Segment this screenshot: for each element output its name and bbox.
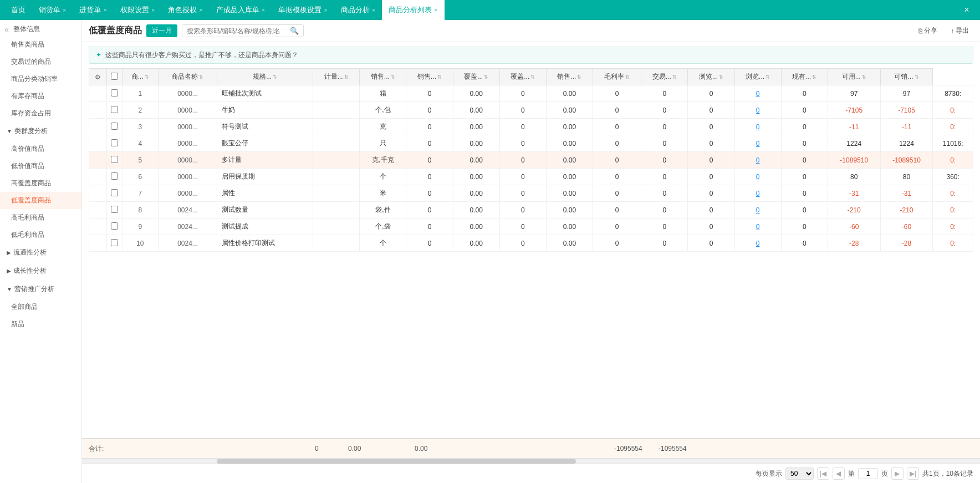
nav-close-permission[interactable]: × [151,7,155,13]
nav-item-sales[interactable]: 销货单 × [32,0,73,20]
sidebar-item-all-goods[interactable]: 全部商品 [0,298,81,316]
col-name[interactable]: 商品名称⇅ [158,69,217,85]
col-sales-qty[interactable]: 销售...⇅ [360,69,406,85]
nav-item-product-analysis[interactable]: 商品分析 × [334,0,382,20]
per-page-select[interactable]: 50 20 100 200 [785,467,814,480]
browse1-link[interactable]: 0 [756,106,760,114]
cell-checkbox[interactable] [106,85,122,102]
col-available-stock[interactable]: 可用...⇅ [828,69,880,85]
prev-page-button[interactable]: ◀ [833,467,845,480]
nav-close-purchase[interactable]: × [103,7,106,13]
search-input[interactable] [187,27,290,35]
nav-item-role[interactable]: 角色授权 × [161,0,209,20]
col-browse1[interactable]: 浏览...⇅ [688,69,734,85]
cell-browse1[interactable]: 0 [734,218,781,235]
sidebar-item-high-margin[interactable]: 高毛利商品 [0,209,81,226]
col-unit[interactable]: 计量...⇅ [313,69,360,85]
nav-close-sales[interactable]: × [63,7,66,13]
page-number-input[interactable] [858,468,878,479]
browse1-link[interactable]: 0 [756,90,760,98]
sidebar-item-new-goods[interactable]: 新品 [0,316,81,333]
col-current-stock[interactable]: 现有...⇅ [781,69,828,85]
nav-close-inbound[interactable]: × [262,7,265,13]
horizontal-scrollbar[interactable] [82,458,980,464]
sidebar-item-in-stock[interactable]: 有库存商品 [0,88,81,105]
row-checkbox[interactable] [111,222,118,230]
col-spec[interactable]: 规格...⇅ [217,69,313,85]
row-checkbox[interactable] [111,106,118,113]
cell-checkbox[interactable] [106,169,122,185]
cell-browse1[interactable]: 0 [734,152,781,169]
cell-checkbox[interactable] [106,202,122,218]
share-button[interactable]: ⎘ 分享 [914,24,942,37]
sidebar-item-stock-fund[interactable]: 库存资金占用 [0,105,81,122]
cell-browse1[interactable]: 0 [734,169,781,185]
cell-checkbox[interactable] [106,119,122,135]
row-checkbox[interactable] [111,206,118,213]
col-settings[interactable]: ⚙ [89,69,107,85]
browse1-link[interactable]: 0 [756,123,760,131]
cell-browse1[interactable]: 0 [734,135,781,152]
cell-browse1[interactable]: 0 [734,202,781,218]
cell-checkbox[interactable] [106,235,122,252]
cell-browse1[interactable]: 0 [734,235,781,252]
export-button[interactable]: ↑ 导出 [946,24,973,37]
cell-browse1[interactable]: 0 [734,119,781,135]
cell-checkbox[interactable] [106,152,122,169]
nav-item-template[interactable]: 单据模板设置 × [272,0,334,20]
sidebar-item-low-margin[interactable]: 低毛利商品 [0,226,81,243]
nav-item-inbound[interactable]: 产成品入库单 × [210,0,272,20]
nav-close-product-analysis-list[interactable]: × [434,7,437,13]
window-close-button[interactable]: × [958,1,976,19]
browse1-link[interactable]: 0 [756,206,760,214]
row-checkbox[interactable] [111,239,118,246]
nav-item-purchase[interactable]: 进货单 × [73,0,113,20]
col-code[interactable]: 商...⇅ [122,69,158,85]
sidebar-item-high-value[interactable]: 高价值商品 [0,140,81,157]
col-saleable[interactable]: 可销...⇅ [880,69,933,85]
nav-item-permission[interactable]: 权限设置 × [114,0,161,20]
row-checkbox[interactable] [111,139,118,146]
select-all-checkbox[interactable] [111,73,118,80]
cell-checkbox[interactable] [106,135,122,152]
cell-checkbox[interactable] [106,218,122,235]
col-gross-margin[interactable]: 毛利率⇅ [593,69,641,85]
sidebar-item-traded-goods[interactable]: 交易过的商品 [0,53,81,70]
nav-close-product-analysis[interactable]: × [372,7,375,13]
col-sales-amount[interactable]: 销售...⇅ [406,69,453,85]
browse1-link[interactable]: 0 [756,140,760,148]
browse1-link[interactable]: 0 [756,223,760,231]
browse1-link[interactable]: 0 [756,190,760,197]
row-checkbox[interactable] [111,156,118,163]
sidebar-collapse-button[interactable]: « [4,25,9,34]
cell-browse1[interactable]: 0 [734,102,781,119]
last-page-button[interactable]: ▶| [907,467,919,480]
sidebar-item-category-rate[interactable]: 商品分类动销率 [0,70,81,88]
browse1-link[interactable]: 0 [756,156,760,164]
cell-checkbox[interactable] [106,185,122,202]
col-coverage1[interactable]: 覆盖...⇅ [453,69,499,85]
sidebar-section-marketing[interactable]: ▼ 营销推广分析 [0,280,81,298]
nav-item-product-analysis-list[interactable]: 商品分析列表 × [382,0,444,20]
browse1-link[interactable]: 0 [756,173,760,181]
sidebar-section-flow[interactable]: ▶ 流通性分析 [0,243,81,262]
next-page-button[interactable]: ▶ [891,467,904,480]
sidebar-item-high-coverage[interactable]: 高覆盖度商品 [0,175,81,192]
nav-close-template[interactable]: × [324,7,327,13]
first-page-button[interactable]: |◀ [817,467,829,480]
col-coverage2[interactable]: 覆盖...⇅ [499,69,546,85]
row-checkbox[interactable] [111,172,118,180]
cell-browse1[interactable]: 0 [734,185,781,202]
row-checkbox[interactable] [111,189,118,196]
sidebar-item-sales-goods[interactable]: 销售类商品 [0,36,81,53]
cell-browse1[interactable]: 0 [734,85,781,102]
nav-item-home[interactable]: 首页 [4,0,32,20]
nav-close-role[interactable]: × [199,7,202,13]
row-checkbox[interactable] [111,123,118,130]
row-checkbox[interactable] [111,89,118,96]
col-trade[interactable]: 交易...⇅ [641,69,688,85]
sidebar-item-low-coverage[interactable]: 低覆盖度商品 [0,192,81,209]
sidebar-section-growth[interactable]: ▶ 成长性分析 [0,262,81,280]
cell-checkbox[interactable] [106,102,122,119]
col-browse2[interactable]: 浏览...⇅ [734,69,781,85]
